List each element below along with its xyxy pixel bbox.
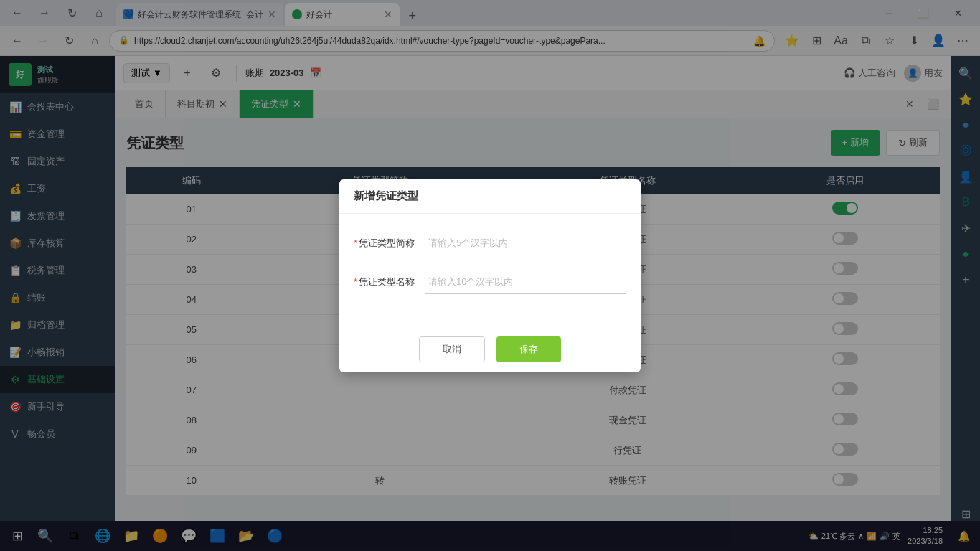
- required-star-abbr: *: [354, 237, 357, 248]
- modal-body: * 凭证类型简称 * 凭证类型名称: [339, 214, 641, 326]
- modal-overlay: 新增凭证类型 * 凭证类型简称 * 凭证类型名称 取消 保存: [0, 0, 980, 551]
- modal-header: 新增凭证类型: [339, 179, 641, 214]
- form-group-abbr: * 凭证类型简称: [354, 231, 626, 255]
- save-btn[interactable]: 保存: [496, 336, 561, 362]
- abbr-label: * 凭证类型简称: [354, 237, 425, 250]
- required-star-name: *: [354, 276, 357, 287]
- modal-title: 新增凭证类型: [354, 189, 418, 202]
- abbr-input[interactable]: [425, 231, 626, 255]
- form-group-name: * 凭证类型名称: [354, 270, 626, 294]
- name-input[interactable]: [425, 270, 626, 294]
- modal-footer: 取消 保存: [339, 326, 641, 372]
- cancel-btn[interactable]: 取消: [419, 336, 485, 362]
- name-label: * 凭证类型名称: [354, 276, 425, 288]
- modal-dialog: 新增凭证类型 * 凭证类型简称 * 凭证类型名称 取消 保存: [339, 179, 641, 372]
